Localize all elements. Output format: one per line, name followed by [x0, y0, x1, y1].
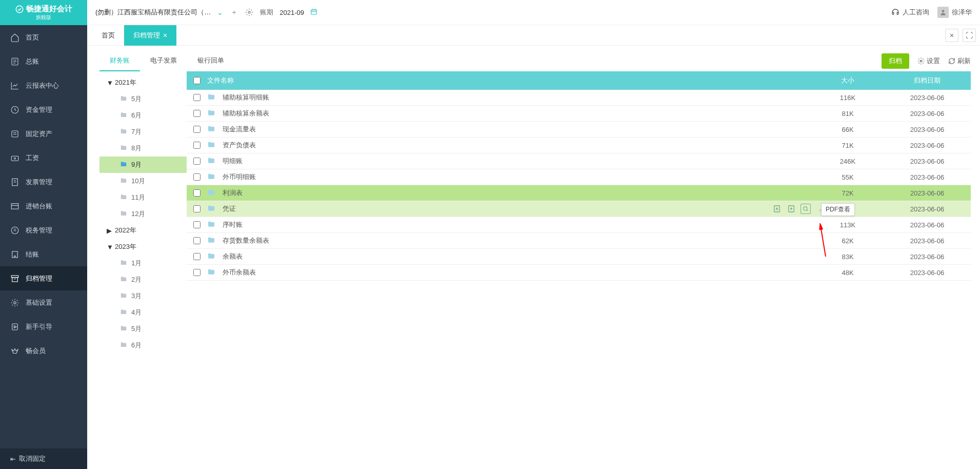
archive-button[interactable]: 归档	[882, 53, 909, 69]
table-row[interactable]: 明细账 246K 2023-06-06	[187, 153, 971, 169]
row-checkbox[interactable]	[193, 189, 201, 197]
tree-month[interactable]: 11月	[99, 189, 187, 206]
pin-icon: ⇤	[10, 455, 16, 463]
subtab-2[interactable]: 银行回单	[187, 51, 234, 71]
row-checkbox[interactable]	[193, 253, 201, 260]
nav-asset[interactable]: 固定资产	[0, 122, 87, 146]
tree-month[interactable]: 3月	[99, 288, 187, 304]
header-date: 归档日期	[884, 76, 971, 85]
nav-inout[interactable]: 进销台账	[0, 194, 87, 218]
caret-icon: ▼	[107, 79, 112, 87]
row-checkbox[interactable]	[193, 221, 201, 228]
caret-icon: ▼	[107, 243, 112, 251]
file-folder-icon	[207, 188, 215, 198]
tree-month[interactable]: 2月	[99, 271, 187, 288]
add-company-button[interactable]: ＋	[229, 8, 238, 17]
folder-icon	[120, 111, 127, 120]
close-all-tabs-button[interactable]: ×	[945, 29, 958, 42]
nav-tax[interactable]: 税务管理	[0, 218, 87, 242]
folder-icon	[120, 193, 127, 202]
select-all-checkbox[interactable]	[193, 77, 201, 84]
pin-toggle[interactable]: ⇤ 取消固定	[0, 448, 87, 469]
row-checkbox[interactable]	[193, 237, 201, 244]
row-checkbox[interactable]	[193, 94, 201, 101]
tab-home[interactable]: 首页	[92, 25, 124, 46]
tab-archive[interactable]: 归档管理×	[124, 25, 176, 46]
row-checkbox[interactable]	[193, 110, 201, 117]
nav-ledger[interactable]: 总账	[0, 49, 87, 73]
download-pdf-icon[interactable]	[786, 204, 796, 214]
svg-rect-11	[12, 277, 18, 281]
tree-month[interactable]: 12月	[99, 206, 187, 222]
tree-year[interactable]: ▼2023年	[99, 239, 187, 255]
tree-month[interactable]: 6月	[99, 107, 187, 124]
settings-link[interactable]: 设置	[917, 56, 940, 66]
row-checkbox[interactable]	[193, 205, 201, 212]
brand-edition: 旗舰版	[36, 14, 51, 21]
calendar-icon[interactable]	[310, 8, 317, 17]
user-menu[interactable]: 徐泽华	[937, 7, 972, 18]
row-checkbox[interactable]	[193, 269, 201, 276]
file-table: 文件名称 大小 归档日期 辅助核算明细账 116K 2023-06-06 辅助核…	[187, 71, 971, 469]
tree-month[interactable]: 8月	[99, 140, 187, 157]
company-settings-button[interactable]	[245, 8, 254, 17]
file-folder-icon	[207, 141, 215, 150]
row-checkbox[interactable]	[193, 173, 201, 181]
table-row[interactable]: 外币余额表 48K 2023-06-06	[187, 265, 971, 281]
row-checkbox[interactable]	[193, 142, 201, 149]
fullscreen-button[interactable]: ⛶	[963, 29, 976, 42]
brand-name: 畅捷通好会计	[26, 4, 72, 14]
chevron-down-icon[interactable]: ⌄	[217, 8, 223, 16]
svg-rect-16	[311, 9, 317, 14]
consult-link[interactable]: 人工咨询	[891, 8, 929, 17]
subtab-0[interactable]: 财务账	[99, 51, 140, 71]
refresh-link[interactable]: 刷新	[948, 56, 971, 66]
nav-close-book[interactable]: 结账	[0, 242, 87, 266]
tree-month[interactable]: 10月	[99, 173, 187, 189]
nav-home[interactable]: 首页	[0, 25, 87, 49]
tree-month[interactable]: 1月	[99, 255, 187, 271]
guide-icon	[10, 322, 19, 331]
period-value[interactable]: 2021-09	[279, 9, 304, 16]
invoice-icon	[10, 178, 19, 187]
table-row[interactable]: 现金流量表 66K 2023-06-06	[187, 122, 971, 138]
table-row[interactable]: 序时账 113K 2023-06-06	[187, 217, 971, 233]
nav-settings[interactable]: 基础设置	[0, 290, 87, 315]
nav-salary[interactable]: 工资	[0, 146, 87, 170]
tree-month[interactable]: 6月	[99, 337, 187, 354]
settings-icon	[10, 298, 19, 307]
year-tree: ▼2021年5月6月7月8月9月10月11月12月▶2022年▼2023年1月2…	[99, 71, 187, 469]
company-selector[interactable]: (勿删）江西服宝精品有限责任公司（…	[95, 8, 211, 17]
tree-year[interactable]: ▼2021年	[99, 74, 187, 91]
table-row[interactable]: 利润表 72K 2023-06-06	[187, 185, 971, 201]
subtab-1[interactable]: 电子发票	[140, 51, 187, 71]
tree-month[interactable]: 5月	[99, 91, 187, 107]
nav-chart[interactable]: 云报表中心	[0, 73, 87, 97]
view-pdf-icon[interactable]	[801, 204, 811, 214]
table-row[interactable]: 存货数量余额表 62K 2023-06-06	[187, 233, 971, 249]
tree-month[interactable]: 4月	[99, 304, 187, 321]
download-excel-icon[interactable]	[772, 204, 782, 214]
row-checkbox[interactable]	[193, 158, 201, 165]
salary-icon	[10, 153, 19, 163]
table-row[interactable]: 余额表 83K 2023-06-06	[187, 249, 971, 265]
tree-month[interactable]: 5月	[99, 321, 187, 337]
table-row[interactable]: 凭证 53K 2023-06-06 PDF查看	[187, 201, 971, 217]
table-row[interactable]: 辅助核算余额表 81K 2023-06-06	[187, 106, 971, 122]
nav-invoice[interactable]: 发票管理	[0, 170, 87, 194]
row-checkbox[interactable]	[193, 126, 201, 133]
nav-vip[interactable]: 畅会员	[0, 339, 87, 363]
table-row[interactable]: 辅助核算明细账 116K 2023-06-06	[187, 90, 971, 106]
file-folder-icon	[207, 204, 215, 214]
table-row[interactable]: 资产负债表 71K 2023-06-06	[187, 138, 971, 153]
tree-month[interactable]: 9月	[99, 157, 187, 173]
nav-guide[interactable]: 新手引导	[0, 315, 87, 339]
table-row[interactable]: 外币明细账 55K 2023-06-06	[187, 169, 971, 185]
close-icon[interactable]: ×	[163, 31, 167, 40]
nav-archive[interactable]: 归档管理	[0, 266, 87, 290]
svg-point-5	[14, 158, 16, 159]
tree-month[interactable]: 7月	[99, 124, 187, 140]
tree-year[interactable]: ▶2022年	[99, 222, 187, 239]
close-book-icon	[10, 250, 19, 259]
nav-wallet[interactable]: 资金管理	[0, 97, 87, 122]
